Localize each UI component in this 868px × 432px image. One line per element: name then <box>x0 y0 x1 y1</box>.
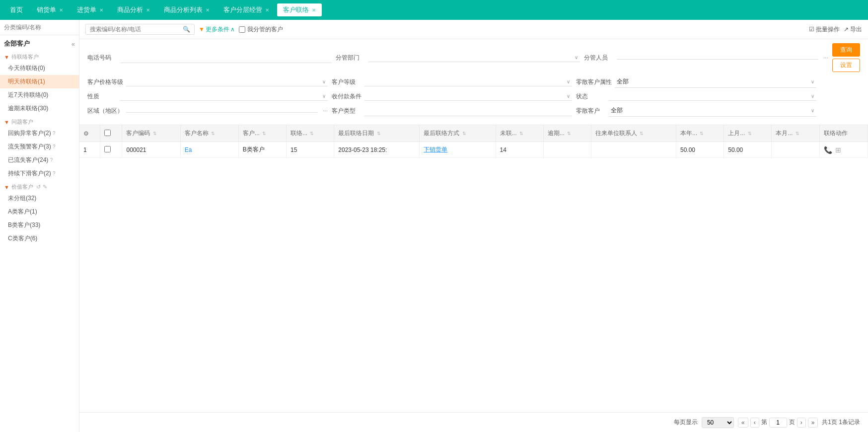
nav-analysis-table[interactable]: 商品分析列表 ✕ <box>158 3 216 16</box>
action-phone-icon[interactable]: 📞 <box>824 146 832 154</box>
sort-code-icon[interactable]: ⇅ <box>153 131 157 136</box>
batch-operation-button[interactable]: ☑ 批量操作 <box>809 25 840 34</box>
sidebar-item-class-c[interactable]: C类客户(6) <box>0 232 79 245</box>
value-refresh-icon[interactable]: ↺ <box>36 184 41 190</box>
customer-table: ⚙ 客户编码 ⇅ 客户名称 ⇅ 客户... ⇅ 联络... ⇅ 最后联络日期 ⇅… <box>79 125 868 158</box>
export-button[interactable]: ↗ 导出 <box>844 25 862 34</box>
label-customer-type: 客户类型 <box>332 107 362 115</box>
sidebar-item-tomorrow[interactable]: 明天待联络(1) <box>0 75 79 88</box>
nav-purchase[interactable]: 进货单 ✕ <box>71 3 109 16</box>
sort-overdue-icon[interactable]: ⇅ <box>567 131 571 136</box>
sort-last-method-icon[interactable]: ⇅ <box>462 131 466 136</box>
sidebar-item-overdue[interactable]: 逾期未联络(30) <box>0 102 79 115</box>
cell-contact-person <box>591 142 676 158</box>
sidebar-item-losing[interactable]: 流失预警客户(3) ? <box>0 140 79 153</box>
sidebar-item-today[interactable]: 今天待联络(0) <box>0 62 79 75</box>
page-navigation: « ‹ 第 页 › » <box>738 418 818 428</box>
sidebar-item-class-a[interactable]: A类客户(1) <box>0 205 79 218</box>
first-page-button[interactable]: « <box>738 418 748 428</box>
nav-analysis[interactable]: 商品分析 ✕ <box>111 3 156 16</box>
select-retail-attr[interactable]: 全部 ∨ <box>615 76 816 88</box>
col-settings[interactable]: ⚙ <box>79 125 100 142</box>
sidebar-group-pending: ▼ 待联络客户 <box>0 50 79 62</box>
nav-home[interactable]: 首页 <box>4 3 29 16</box>
page-input[interactable] <box>769 418 787 428</box>
sidebar-collapse-icon[interactable]: « <box>72 40 75 48</box>
sort-this-month-icon[interactable]: ⇅ <box>796 131 799 136</box>
sidebar-item-continuous-down[interactable]: 持续下滑客户(2) ? <box>0 167 79 180</box>
select-all-checkbox[interactable] <box>104 130 111 136</box>
row-checkbox[interactable] <box>104 146 111 152</box>
close-analysis-table-icon[interactable]: ✕ <box>206 7 210 13</box>
sort-this-year-icon[interactable]: ⇅ <box>700 131 704 136</box>
filter-row-4: 区域（地区） ··· 客户类型 零散客户 全部 ∨ <box>87 105 860 117</box>
sort-type-icon[interactable]: ⇅ <box>262 131 266 136</box>
input-customer-type[interactable] <box>364 106 572 116</box>
value-edit-icon[interactable]: ✎ <box>43 184 47 190</box>
col-code: 客户编码 ⇅ <box>122 125 180 142</box>
col-checkbox[interactable] <box>100 125 122 142</box>
sidebar-item-repurchase-abnormal[interactable]: 回购异常客户(2) ? <box>0 127 79 140</box>
select-price-tier[interactable]: ∨ <box>126 77 328 86</box>
table-header-row: ⚙ 客户编码 ⇅ 客户名称 ⇅ 客户... ⇅ 联络... ⇅ 最后联络日期 ⇅… <box>79 125 868 142</box>
col-contact-person: 往来单位联系人 ⇅ <box>591 125 676 142</box>
search-icon[interactable]: 🔍 <box>183 26 190 33</box>
all-customers-label: 全部客户 « <box>0 35 79 50</box>
region-dots-icon[interactable]: ··· <box>323 107 328 114</box>
sort-contact-person-icon[interactable]: ⇅ <box>640 131 644 136</box>
sidebar-item-lost[interactable]: 已流失客户(24) ? <box>0 153 79 167</box>
my-customers-checkbox-label[interactable]: 我分管的客户 <box>239 25 283 34</box>
more-filter-button[interactable]: ▼ 更多条件 ∧ <box>199 25 235 34</box>
cell-checkbox[interactable] <box>100 142 122 158</box>
select-person[interactable] <box>617 56 818 60</box>
select-region[interactable] <box>126 109 318 113</box>
chevron-retail-icon: ∨ <box>811 108 814 113</box>
table-row: 1 000021 Ea B类客户 15 2023-05-23 18:25: 下销… <box>79 142 868 158</box>
last-page-button[interactable]: » <box>808 418 818 428</box>
label-customer-tier: 客户等级 <box>332 78 362 86</box>
chevron-nature-icon: ∨ <box>322 93 326 99</box>
sort-last-month-icon[interactable]: ⇅ <box>748 131 752 136</box>
sidebar-item-ungrouped[interactable]: 未分组(32) <box>0 192 79 205</box>
sidebar-item-class-b[interactable]: B类客户(33) <box>0 218 79 232</box>
nav-customer-contact[interactable]: 客户联络 ✕ <box>277 3 322 16</box>
cell-last-method[interactable]: 下销货单 <box>420 142 496 158</box>
action-qr-icon[interactable]: ⊞ <box>835 146 841 154</box>
select-status[interactable]: ∨ <box>609 92 816 101</box>
next-page-button[interactable]: › <box>797 418 806 428</box>
close-analysis-icon[interactable]: ✕ <box>146 7 150 13</box>
cell-index: 1 <box>79 142 100 158</box>
sort-last-date-icon[interactable]: ⇅ <box>377 131 381 136</box>
close-customer-contact-icon[interactable]: ✕ <box>312 7 316 13</box>
select-customer-tier[interactable]: ∨ <box>364 77 572 86</box>
last-method-link[interactable]: 下销货单 <box>424 146 447 153</box>
select-payment[interactable]: ∨ <box>364 92 572 101</box>
close-sales-icon[interactable]: ✕ <box>59 7 63 13</box>
page-size-select[interactable]: 50 100 200 <box>702 417 734 428</box>
close-purchase-icon[interactable]: ✕ <box>99 7 103 13</box>
input-phone[interactable] <box>120 53 332 63</box>
cell-name[interactable]: Ea <box>180 142 238 158</box>
nav-sales[interactable]: 销货单 ✕ <box>31 3 69 16</box>
sidebar-search-input[interactable] <box>4 24 78 31</box>
person-dots-icon[interactable]: ··· <box>823 54 828 61</box>
query-button[interactable]: 查询 <box>832 43 860 57</box>
nav-customer-tier[interactable]: 客户分层经营 ✕ <box>217 3 275 16</box>
sort-name-icon[interactable]: ⇅ <box>211 131 215 136</box>
close-customer-tier-icon[interactable]: ✕ <box>265 7 269 13</box>
sidebar-item-7days[interactable]: 近7天待联络(0) <box>0 88 79 102</box>
top-navigation: 首页 销货单 ✕ 进货单 ✕ 商品分析 ✕ 商品分析列表 ✕ 客户分层经营 ✕ … <box>0 0 868 20</box>
footer-pagination: 每页显示 50 100 200 « ‹ 第 页 › » 共1页 1条记录 <box>79 412 868 432</box>
select-dept[interactable]: ∨ <box>368 53 580 62</box>
prev-page-button[interactable]: ‹ <box>750 418 759 428</box>
search-input[interactable] <box>90 26 181 33</box>
setting-button[interactable]: 设置 <box>832 59 860 72</box>
select-retail[interactable]: 全部 ∨ <box>609 105 816 117</box>
page-label: 第 <box>761 418 767 427</box>
sort-uncontact-icon[interactable]: ⇅ <box>519 131 523 136</box>
filter-row-2: 客户价格等级 ∨ 客户等级 ∨ 零散客户属性 全部 <box>87 76 860 88</box>
select-nature[interactable]: ∨ <box>120 92 328 101</box>
chevron-up-icon: ∧ <box>230 26 235 33</box>
sort-contact-icon[interactable]: ⇅ <box>310 131 314 136</box>
my-customers-checkbox[interactable] <box>239 26 245 33</box>
